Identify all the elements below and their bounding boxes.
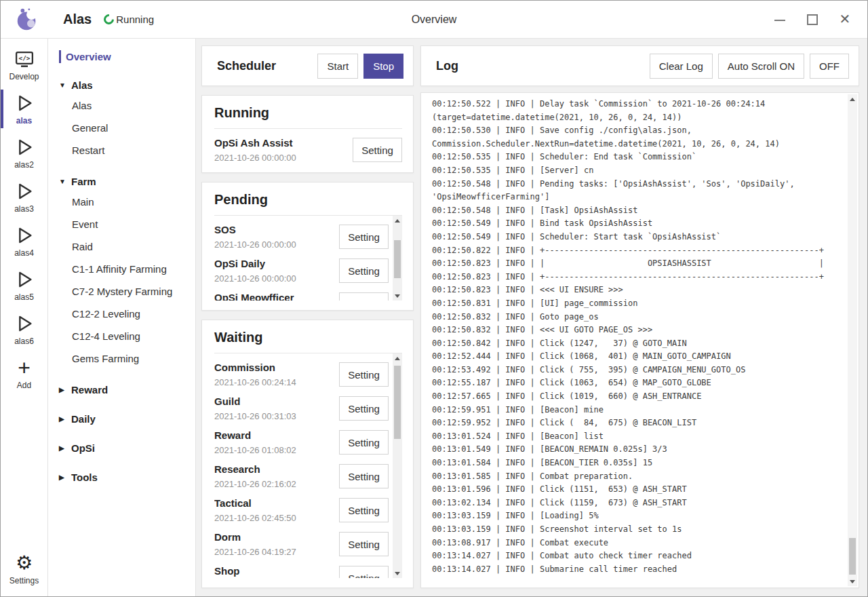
setting-button[interactable]: Setting xyxy=(339,362,389,387)
log-scroll-thumb[interactable] xyxy=(849,538,856,575)
nav-item-raid[interactable]: Raid xyxy=(48,235,195,258)
rail-item-label: alas3 xyxy=(14,204,34,214)
task-row: OpSi Ash Assist2021-10-26 00:00:00Settin… xyxy=(214,129,402,163)
log-line: 00:12:53.492 | INFO | Click ( 755, 395) … xyxy=(432,364,829,377)
stop-button[interactable]: Stop xyxy=(363,54,403,79)
nav-group-header-alas[interactable]: ▼Alas xyxy=(48,76,195,94)
task-meta: Reward2021-10-26 01:08:02 xyxy=(214,429,339,455)
rail-item-label: alas2 xyxy=(14,160,34,170)
setting-button[interactable]: Setting xyxy=(339,566,389,578)
task-row: Commission2021-10-26 00:24:14Setting xyxy=(214,353,389,387)
setting-button[interactable]: Setting xyxy=(339,396,389,421)
nav-item-gems-farming[interactable]: Gems Farming xyxy=(48,347,195,370)
nav-group-header-opsi[interactable]: ▶OpSi xyxy=(48,439,195,457)
log-output: 00:12:50.522 | INFO | Delay task `Commis… xyxy=(432,98,841,583)
log-line: 00:12:50.548 | INFO | [Task] OpsiAshAssi… xyxy=(432,204,829,218)
rail-item-develop[interactable]: </>Develop xyxy=(1,43,47,87)
chevron-right-icon: ▶ xyxy=(59,386,71,393)
waiting-scrollbar[interactable] xyxy=(393,353,402,578)
nav-item-general[interactable]: General xyxy=(48,117,195,139)
task-name: Guild xyxy=(214,395,334,408)
setting-button[interactable]: Setting xyxy=(339,225,389,249)
rail-item-label: Add xyxy=(17,381,31,390)
task-name: SOS xyxy=(214,223,334,236)
nav-item-main[interactable]: Main xyxy=(48,191,195,213)
task-meta: Shop xyxy=(214,564,339,577)
task-row: Research2021-10-26 02:16:02Setting xyxy=(214,455,389,489)
pending-scroll-thumb[interactable] xyxy=(394,240,401,278)
app-window: Alas Running Overview ✕ </>Developalasal… xyxy=(0,0,868,597)
task-row: OpSi Meowfficer FarmingSetting xyxy=(214,284,389,301)
rail-item-alas[interactable]: alas xyxy=(1,87,47,131)
nav-item-event[interactable]: Event xyxy=(48,213,195,235)
log-line: 00:12:50.549 | INFO | Bind task OpsiAshA… xyxy=(432,217,829,231)
setting-button[interactable]: Setting xyxy=(339,258,389,283)
play-icon xyxy=(13,92,36,115)
scroll-up-icon[interactable] xyxy=(393,216,402,225)
task-meta: OpSi Ash Assist2021-10-26 00:00:00 xyxy=(214,136,353,163)
nav-item-c12-2-leveling[interactable]: C12-2 Leveling xyxy=(48,303,195,325)
rail-item-alas2[interactable]: alas2 xyxy=(1,131,47,175)
play-icon xyxy=(13,224,36,247)
nav-item-c12-4-leveling[interactable]: C12-4 Leveling xyxy=(48,325,195,347)
waiting-scroll-thumb[interactable] xyxy=(394,366,401,439)
rail-item-alas4[interactable]: alas4 xyxy=(1,219,47,263)
titlebar: Alas Running Overview ✕ xyxy=(1,1,867,39)
pending-scrollbar[interactable] xyxy=(393,216,402,301)
autoscroll-on-button[interactable]: Auto Scroll ON xyxy=(718,54,804,79)
task-time: 2021-10-26 00:24:14 xyxy=(214,377,334,387)
autoscroll-off-button[interactable]: OFF xyxy=(810,54,849,79)
nav-item-c7-2-mystery-farming[interactable]: C7-2 Mystery Farming xyxy=(48,280,195,303)
setting-button[interactable]: Setting xyxy=(353,138,402,162)
rail-item-alas3[interactable]: alas3 xyxy=(1,175,47,219)
setting-button[interactable]: Setting xyxy=(339,532,389,556)
log-line: 00:13:01.524 | INFO | [Beacon] list xyxy=(432,430,829,444)
play-icon xyxy=(13,312,36,335)
task-meta: SOS2021-10-26 00:00:00 xyxy=(214,223,339,250)
setting-button[interactable]: Setting xyxy=(339,464,389,488)
nav-group-alas: ▼AlasAlasGeneralRestart xyxy=(48,76,195,161)
log-line: 00:12:50.530 | INFO | Save config ./conf… xyxy=(432,124,829,151)
log-line: 00:12:50.842 | INFO | Click (1247, 37) @… xyxy=(432,337,829,351)
setting-button[interactable]: Setting xyxy=(339,430,389,455)
nav-group-header-farm[interactable]: ▼Farm xyxy=(48,172,195,191)
nav-group-header-reward[interactable]: ▶Reward xyxy=(48,381,195,399)
setting-button[interactable]: Setting xyxy=(339,292,389,301)
log-line: 00:13:14.027 | INFO | Submarine call tim… xyxy=(432,563,829,577)
log-line: 00:12:50.549 | INFO | Scheduler: Start t… xyxy=(432,231,829,244)
rail-item-add[interactable]: +Add xyxy=(1,351,47,396)
scroll-down-icon[interactable] xyxy=(393,569,402,578)
nav-item-alas[interactable]: Alas xyxy=(48,94,195,117)
nav-item-c1-1-affinity-farming[interactable]: C1-1 Affinity Farming xyxy=(48,258,195,280)
log-line: 00:13:14.027 | INFO | Combat auto check … xyxy=(432,550,829,563)
nav-group-header-tools[interactable]: ▶Tools xyxy=(48,468,195,486)
nav-item-overview[interactable]: Overview xyxy=(48,48,195,65)
scroll-up-icon[interactable] xyxy=(393,353,402,363)
minimize-button[interactable] xyxy=(774,14,786,26)
running-card: Running OpSi Ash Assist2021-10-26 00:00:… xyxy=(201,95,414,173)
task-row: Reward2021-10-26 01:08:02Setting xyxy=(214,421,389,455)
scroll-down-icon[interactable] xyxy=(393,291,402,301)
rail-item-alas6[interactable]: alas6 xyxy=(1,307,47,351)
rail-item-label: Settings xyxy=(9,576,39,585)
task-time: 2021-10-26 04:19:27 xyxy=(214,547,334,557)
setting-button[interactable]: Setting xyxy=(339,498,389,522)
log-line: 00:12:50.548 | INFO | Pending tasks: ['O… xyxy=(432,178,829,204)
nav-group-header-daily[interactable]: ▶Daily xyxy=(48,410,195,428)
scroll-down-icon[interactable] xyxy=(848,577,857,586)
gear-icon: ⚙ xyxy=(13,552,36,575)
clear-log-button[interactable]: Clear Log xyxy=(650,54,713,79)
log-title: Log xyxy=(436,59,458,73)
rail-item-settings[interactable]: ⚙ Settings xyxy=(1,547,47,591)
scroll-up-icon[interactable] xyxy=(848,94,857,104)
plus-icon: + xyxy=(13,356,36,379)
rail-item-alas5[interactable]: alas5 xyxy=(1,263,47,307)
nav-item-restart[interactable]: Restart xyxy=(48,139,195,161)
task-meta: Commission2021-10-26 00:24:14 xyxy=(214,361,339,387)
maximize-button[interactable] xyxy=(806,14,818,26)
log-line: 00:13:01.585 | INFO | Combat preparation… xyxy=(432,470,829,484)
log-line: 00:12:50.535 | INFO | [Server] cn xyxy=(432,164,829,178)
log-scrollbar[interactable] xyxy=(848,94,857,586)
close-button[interactable]: ✕ xyxy=(839,14,851,26)
start-button[interactable]: Start xyxy=(317,54,358,79)
